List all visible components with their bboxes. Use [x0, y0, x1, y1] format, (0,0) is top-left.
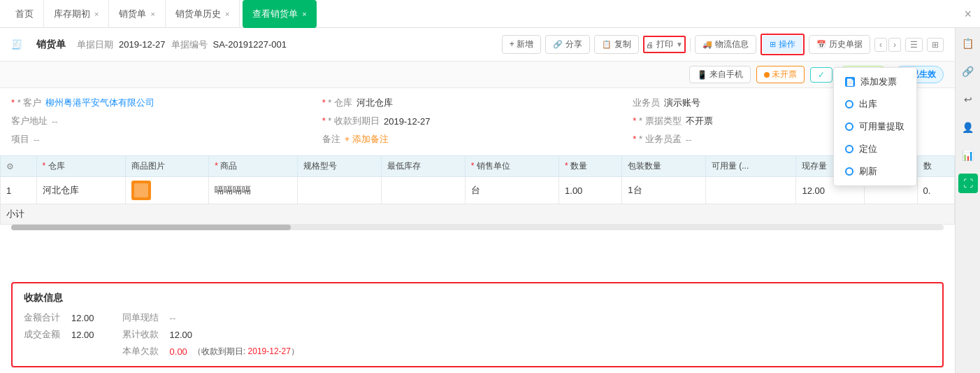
sidebar-icon-link[interactable]: 🔗: [958, 62, 978, 81]
dropdown-add-invoice[interactable]: 📄 添加发票: [834, 71, 916, 93]
business-staff-value: --: [686, 134, 692, 145]
ops-button[interactable]: ⊞ 操作: [763, 36, 802, 53]
print-button[interactable]: 🖨 打印 ▼: [643, 36, 686, 53]
col-spec: 规格型号: [298, 156, 382, 177]
customer-label: * 客户: [11, 97, 41, 109]
add-note-button[interactable]: 添加备注: [345, 133, 389, 146]
tab-close-inventory[interactable]: ×: [94, 10, 99, 18]
cell-pack-qty: 1台: [622, 177, 706, 204]
data-table: ⚙ 仓库 商品图片 商品 规格型号 最低库存 销售单位 数量 包装数量 可用量 …: [0, 155, 955, 225]
summary-due-amount: 本单欠款 0.00 （收款到期日: 2019-12-27）: [122, 345, 299, 358]
dropdown-refresh[interactable]: 刷新: [834, 160, 916, 183]
tab-sales-order[interactable]: 销货单 ×: [109, 0, 165, 28]
sidebar-icon-chart[interactable]: 📊: [958, 146, 978, 165]
summary-same-order-value: --: [170, 313, 176, 323]
mobile-button[interactable]: 📱 来自手机: [689, 66, 751, 83]
summary-total-label: 金额合计: [24, 311, 66, 324]
warehouse-value: 河北仓库: [356, 97, 393, 109]
sub-toolbar: 📱 来自手机 未开票 ✓ ✓ 已核销 ✓ 已生效: [0, 62, 955, 88]
address-value: --: [52, 116, 58, 127]
summary-deal-value: 12.00: [71, 330, 94, 340]
new-button[interactable]: + 新增: [502, 35, 541, 54]
tab-sales-history[interactable]: 销货单历史 ×: [166, 0, 240, 28]
warehouse-field: * 仓库 河北仓库: [322, 97, 633, 109]
col-settings[interactable]: ⚙: [1, 156, 37, 177]
nav-prev[interactable]: ‹: [874, 38, 887, 52]
tab-close-view[interactable]: ×: [302, 10, 306, 18]
form-section: * 客户 柳州粤港平安气体有限公司 * 仓库 河北仓库 业务员 演示账号 客户地…: [0, 88, 955, 155]
payment-date-field: * 收款到期日 2019-12-27: [322, 115, 633, 127]
nav-next[interactable]: ›: [888, 38, 901, 52]
cell-row-num: 1: [1, 177, 37, 204]
note-label: 备注: [322, 133, 340, 146]
right-sidebar: 📋 🔗 ↩ 👤 📊 ⛶: [955, 28, 980, 373]
outbound-icon: [845, 100, 853, 108]
subtotal-label: 小计: [1, 204, 955, 225]
cell-available: [705, 177, 796, 204]
subtotal-row: 小计: [1, 204, 955, 225]
cell-quantity: 1.00: [559, 177, 622, 204]
toolbar-separator: [690, 38, 691, 52]
sidebar-icon-return[interactable]: ↩: [958, 90, 978, 109]
address-field: 客户地址 --: [11, 115, 322, 127]
summary-same-order: 同单现结 --: [122, 311, 299, 324]
tab-view-sales[interactable]: 查看销货单 ×: [243, 0, 316, 28]
view-toggle-grid[interactable]: ⊞: [927, 38, 944, 52]
col-product: 商品: [209, 156, 298, 177]
doc-date-label: 单据日期: [77, 38, 113, 51]
doc-type-icon: 🧾: [11, 39, 22, 50]
ticket-type-label: * 票据类型: [633, 115, 681, 127]
staff-label: 业务员: [633, 97, 660, 109]
dropdown-outbound[interactable]: 出库: [834, 93, 916, 115]
col-product-img: 商品图片: [125, 156, 209, 177]
cell-warehouse: 河北仓库: [36, 177, 125, 204]
sidebar-icon-document[interactable]: 📋: [958, 34, 978, 53]
summary-total-value: 12.00: [71, 313, 94, 323]
confirm-button[interactable]: ✓: [810, 67, 833, 83]
locate-icon: [845, 145, 853, 153]
sidebar-icon-expand[interactable]: ⛶: [958, 174, 978, 193]
refresh-icon: [845, 167, 853, 176]
summary-same-order-label: 同单现结: [122, 311, 164, 324]
summary-col-left: 金额合计 12.00 成交金额 12.00: [24, 311, 94, 358]
cell-product: 嗝嗝嗝嗝: [209, 177, 298, 204]
not-open-button[interactable]: 未开票: [756, 66, 805, 83]
ops-dropdown-menu: 📄 添加发票 出库 可用量提取 定位 刷新: [833, 67, 917, 186]
tab-close-sales[interactable]: ×: [150, 10, 154, 18]
share-button[interactable]: 🔗 分享: [545, 35, 590, 54]
window-close-button[interactable]: ×: [964, 6, 972, 21]
payment-date-value: 2019-12-27: [384, 116, 431, 127]
cell-product-img: [125, 177, 209, 204]
col-sales-unit: 销售单位: [465, 156, 559, 177]
history-button[interactable]: 📅 历史单据: [809, 35, 870, 54]
summary-col-right: 同单现结 -- 累计收款 12.00 本单欠款 0.00 （收款到期日: 201…: [122, 311, 299, 358]
note-field: 备注 添加备注: [322, 133, 633, 146]
table-row: 1 河北仓库 嗝嗝嗝嗝 台 1.00 1台: [1, 177, 955, 204]
view-toggle-list[interactable]: ☰: [905, 38, 923, 52]
customer-value[interactable]: 柳州粤港平安气体有限公司: [45, 97, 154, 109]
dropdown-available-extract[interactable]: 可用量提取: [834, 115, 916, 138]
toolbar-right: + 新增 🔗 分享 📋 复制 🖨 打印 ▼ 🚚 物: [502, 34, 944, 55]
copy-button[interactable]: 📋 复制: [594, 35, 639, 54]
doc-number-label: 单据编号: [171, 38, 208, 51]
col-amount: 数: [917, 156, 954, 177]
doc-header: 🧾 销货单 单据日期 2019-12-27 单据编号 SA-20191227-0…: [0, 28, 955, 62]
dropdown-locate[interactable]: 定位: [834, 138, 916, 160]
horizontal-scrollbar[interactable]: [11, 225, 944, 230]
project-field: 项目 --: [11, 133, 322, 146]
summary-title: 收款信息: [24, 292, 931, 304]
col-available: 可用量 (...: [705, 156, 796, 177]
col-warehouse: 仓库: [36, 156, 125, 177]
cell-min-stock: [381, 177, 465, 204]
col-min-stock: 最低库存: [381, 156, 465, 177]
doc-type-label: 销货单: [36, 38, 66, 51]
summary-accumulated-label: 累计收款: [122, 328, 164, 341]
logistics-button[interactable]: 🚚 物流信息: [695, 35, 756, 54]
sidebar-icon-user[interactable]: 👤: [958, 118, 978, 137]
tab-inventory-init[interactable]: 库存期初 ×: [44, 0, 109, 28]
summary-deal-amount: 成交金额 12.00: [24, 328, 94, 341]
warehouse-label: * 仓库: [322, 97, 352, 109]
payment-date-label: * 收款到期日: [322, 115, 380, 127]
tab-home[interactable]: 首页: [6, 0, 44, 28]
tab-close-history[interactable]: ×: [225, 10, 229, 18]
